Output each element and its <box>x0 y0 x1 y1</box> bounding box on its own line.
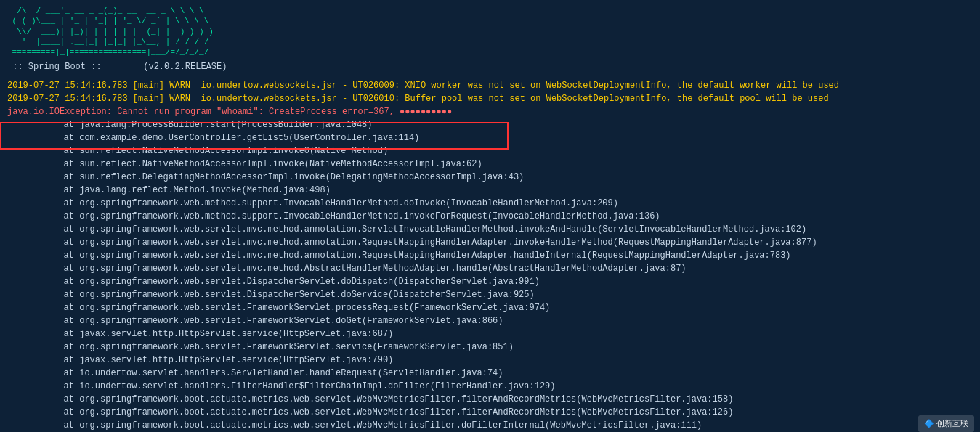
log-line-13: at org.springframework.web.servlet.mvc.m… <box>7 249 973 262</box>
spring-version-line: :: Spring Boot :: (v2.0.2.RELEASE) <box>7 60 973 73</box>
log-line-7: at sun.reflect.DelegatingMethodAccessorI… <box>7 171 973 184</box>
log-line-0: 2019-07-27 15:14:16.783 [main] WARN io.u… <box>7 79 973 92</box>
watermark-text: 创新互联 <box>936 419 968 428</box>
log-line-20: at org.springframework.web.servlet.Frame… <box>7 341 973 354</box>
spring-logo: /\ / ___'_ __ _ _(_)_ __ __ _ \ \ \ \ ( … <box>7 6 973 57</box>
log-container: 2019-07-27 15:14:16.783 [main] WARN io.u… <box>7 79 973 432</box>
log-line-17: at org.springframework.web.servlet.Frame… <box>7 301 973 314</box>
log-line-26: at org.springframework.boot.actuate.metr… <box>7 419 973 432</box>
log-line-11: at org.springframework.web.servlet.mvc.m… <box>7 223 973 236</box>
log-line-3: at java.lang.ProcessBuilder.start(Proces… <box>7 118 973 131</box>
log-line-14: at org.springframework.web.servlet.mvc.m… <box>7 262 973 275</box>
terminal-window: /\ / ___'_ __ _ _(_)_ __ __ _ \ \ \ \ ( … <box>0 0 980 432</box>
error-text: java.io.IOException: Cannot run program … <box>7 107 400 117</box>
log-line-4: at com.example.demo.UserController.getLi… <box>7 131 973 144</box>
log-line-6: at sun.reflect.NativeMethodAccessorImpl.… <box>7 158 973 171</box>
log-line-24: at org.springframework.boot.actuate.metr… <box>7 393 973 406</box>
log-line-16: at org.springframework.web.servlet.Dispa… <box>7 288 973 301</box>
log-line-5: at sun.reflect.NativeMethodAccessorImpl.… <box>7 144 973 158</box>
error-dots: ●●●●●●●●●● <box>400 107 452 117</box>
log-line-10: at org.springframework.web.method.suppor… <box>7 210 973 223</box>
log-line-15: at org.springframework.web.servlet.Dispa… <box>7 275 973 288</box>
log-line-22: at io.undertow.servlet.handlers.ServletH… <box>7 367 973 380</box>
log-line-21: at javax.servlet.http.HttpServlet.servic… <box>7 354 973 367</box>
watermark-icon: 🔷 <box>924 419 934 428</box>
log-line-12: at org.springframework.web.servlet.mvc.m… <box>7 236 973 249</box>
log-line-23: at io.undertow.servlet.handlers.FilterHa… <box>7 380 973 393</box>
log-line-19: at javax.servlet.http.HttpServlet.servic… <box>7 327 973 341</box>
log-line-9: at org.springframework.web.method.suppor… <box>7 197 973 210</box>
log-line-25: at org.springframework.boot.actuate.metr… <box>7 406 973 419</box>
watermark: 🔷 创新互联 <box>918 415 974 432</box>
log-line-2: java.io.IOException: Cannot run program … <box>7 105 973 118</box>
log-line-8: at java.lang.reflect.Method.invoke(Metho… <box>7 184 973 197</box>
log-line-1: 2019-07-27 15:14:16.783 [main] WARN io.u… <box>7 92 973 105</box>
log-line-18: at org.springframework.web.servlet.Frame… <box>7 314 973 327</box>
